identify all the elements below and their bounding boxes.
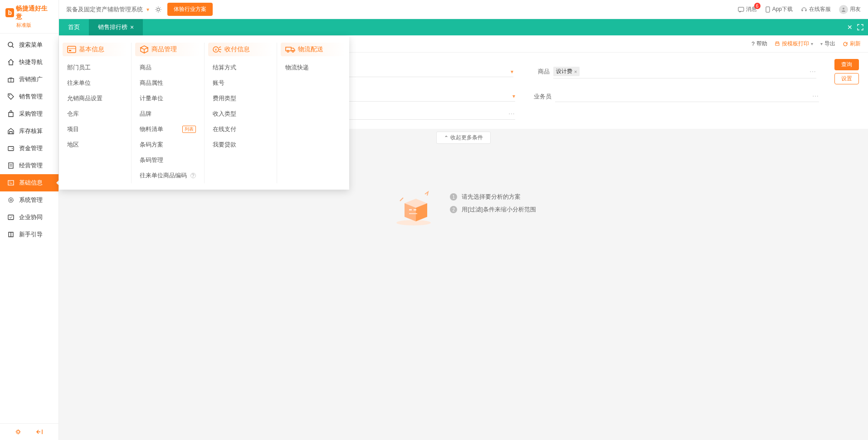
help-icon: ? [751,41,755,47]
more-icon[interactable]: ⋯ [508,110,515,117]
flyout-col-product: 商品管理 商品 商品属性 计量单位 品牌 物料清单列表 条码方案 条码管理 往来… [132,43,204,183]
flyout-item[interactable]: 条码管理 [135,152,200,168]
online-service-link[interactable]: 在线客服 [801,5,831,13]
system-selector[interactable]: 装备及固定资产辅助管理系统 ▾ [66,5,149,14]
flyout-item[interactable]: 费用类型 [208,91,273,106]
more-icon[interactable]: ⋯ [812,93,819,100]
svg-rect-22 [775,43,779,45]
tag-close-icon[interactable]: × [574,69,577,74]
flyout-item[interactable]: 允销商品设置 [63,91,127,106]
chevron-down-icon: ▾ [820,41,823,46]
tabs-bar: 首页 销售排行榜 × ✕ [59,19,868,35]
flyout-item[interactable]: 结算方式 [208,60,273,75]
nav-purchase[interactable]: 采购管理 [0,105,59,122]
svg-point-24 [396,220,431,225]
nav-finance[interactable]: 资金管理 [0,140,59,157]
help-link[interactable]: ?帮助 [751,40,767,48]
flyout-col-logistics: 物流配送 物流快递 [277,43,349,183]
flyout-item[interactable]: 条码方案 [135,137,200,152]
flyout-col-basic: 基本信息 部门员工 往来单位 允销商品设置 仓库 项目 地区 [59,43,132,183]
help-icon[interactable]: ? [190,173,196,178]
export-link[interactable]: ▾导出 [820,40,835,48]
truck-icon [285,46,295,53]
nav-system[interactable]: 系统管理 [0,191,59,209]
flyout-item[interactable]: 往来单位商品编码? [135,168,200,183]
flyout-item[interactable]: 我要贷款 [208,137,273,152]
headset-icon [801,6,807,13]
flyout-item[interactable]: 项目 [63,122,127,137]
message-link[interactable]: 消息 6 [738,5,757,13]
flyout-item[interactable]: 商品属性 [135,75,200,91]
nav-enterprise[interactable]: 企业协同 [0,209,59,226]
warehouse-icon [7,127,15,135]
nav-marketing[interactable]: 营销推广 [0,71,59,88]
tab-home[interactable]: 首页 [59,19,89,35]
close-icon[interactable]: × [130,24,134,31]
step-2-badge: 2 [450,206,457,213]
svg-rect-7 [9,163,13,168]
more-icon[interactable]: ⋯ [809,68,816,75]
phone-icon [765,6,770,13]
svg-point-4 [9,95,10,96]
user-menu[interactable]: 用友 [839,5,861,14]
product-select[interactable]: 设计费× ⋯ [553,65,816,78]
svg-rect-15 [8,215,14,220]
print-link[interactable]: 按模板打印▾ [775,40,813,48]
close-all-icon[interactable]: ✕ [847,24,853,31]
nav-inventory[interactable]: 库存核算 [0,122,59,140]
logo-area: b 畅捷通好生意 标准版 [0,0,59,34]
nav: 搜索菜单 快捷导航 营销推广 销售管理 采购管理 库存核算 资金管理 经营管理 … [0,34,59,423]
svg-point-38 [292,50,294,52]
nav-operation[interactable]: 经营管理 [0,157,59,174]
avatar-icon [839,5,848,14]
product-label: 商品 [532,68,550,76]
flyout-item[interactable]: 品牌 [135,106,200,122]
flyout-item[interactable]: 仓库 [63,106,127,122]
svg-rect-28 [409,209,412,210]
collapse-icon[interactable] [36,429,44,435]
app-download-link[interactable]: App下载 [765,5,793,13]
settings-gear-icon[interactable] [155,6,162,13]
tab-sales-rank[interactable]: 销售排行榜 × [89,19,143,35]
setting-button[interactable]: 设置 [834,73,859,84]
print-icon [775,41,780,47]
svg-rect-31 [68,46,76,53]
flyout-item[interactable]: 物流快递 [281,60,346,75]
empty-text: 1请先选择要分析的方案 2用[过滤]条件来缩小分析范围 [450,193,536,218]
settings-icon[interactable] [15,428,22,435]
svg-rect-23 [776,42,779,43]
flyout-item[interactable]: 物料清单列表 [135,122,200,137]
flyout-item[interactable]: 账号 [208,75,273,91]
flyout-item[interactable]: 地区 [63,137,127,152]
flyout-item[interactable]: 计量单位 [135,91,200,106]
svg-text:¥: ¥ [214,48,217,52]
coin-icon: ¥ [213,45,222,54]
salesperson-label: 业务员 [533,93,551,101]
svg-point-14 [10,199,12,201]
flyout-item[interactable]: 往来单位 [63,75,127,91]
brand-name: 畅捷通好生意 [16,5,53,21]
flyout-item[interactable]: 商品 [135,60,200,75]
refresh-link[interactable]: 刷新 [843,40,861,48]
nav-sales[interactable]: 销售管理 [0,88,59,105]
wallet-icon [7,145,15,152]
svg-rect-29 [414,209,416,210]
collapse-button[interactable]: ⌃ 收起更多条件 [436,132,491,144]
salesperson-select[interactable]: ⋯ [555,91,819,102]
nav-guide[interactable]: 新手引导 [0,226,59,243]
nav-search[interactable]: 搜索菜单 [0,36,59,54]
experience-button[interactable]: 体验行业方案 [167,3,213,16]
query-button[interactable]: 查询 [834,59,859,70]
logo: b 畅捷通好生意 [5,5,53,21]
flyout-header-product: 商品管理 [135,43,200,56]
gear-icon [7,196,15,204]
refresh-icon [843,41,848,47]
nav-quick[interactable]: 快捷导航 [0,54,59,71]
nav-basic-info[interactable]: 基础信息 [0,174,59,191]
svg-point-13 [9,198,13,202]
svg-rect-20 [766,7,770,12]
flyout-item[interactable]: 在线支付 [208,122,273,137]
flyout-item[interactable]: 收入类型 [208,106,273,122]
flyout-item[interactable]: 部门员工 [63,60,127,75]
fullscreen-icon[interactable] [857,24,863,30]
